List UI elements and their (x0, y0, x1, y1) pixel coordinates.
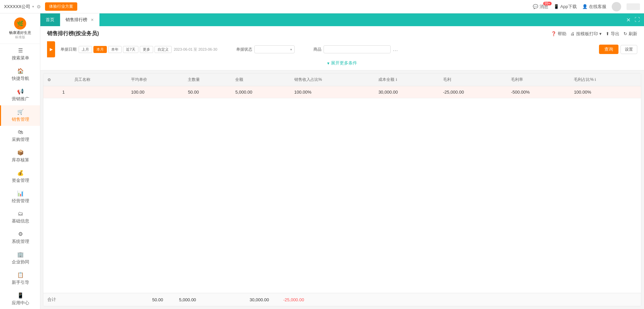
date-btn-7days[interactable]: 近7天 (123, 46, 138, 53)
expand-down-icon: ▾ (327, 61, 330, 66)
th-sales-pct: 销售收入占比% (290, 73, 375, 86)
sidebar-item-system[interactable]: ⚙ 系统管理 (0, 227, 40, 248)
settings-button[interactable]: 设置 (620, 45, 637, 54)
filter-expand-arrow[interactable]: ▶ (47, 41, 55, 57)
sidebar-label-inventory: 库存核算 (12, 157, 29, 163)
guide-icon: 📋 (17, 272, 24, 278)
sidebar: 🌿 畅康通好生意 标准版 ☰ 搜索菜单 🏠 快捷导航 📢 营销推广 🛒 销售管理… (0, 13, 40, 309)
sidebar-logo: 🌿 畅康通好生意 标准版 (0, 13, 40, 44)
sidebar-item-enterprise[interactable]: 🏢 企业协同 (0, 248, 40, 268)
tab-close-icon[interactable]: ✕ (91, 18, 94, 22)
sidebar-label-purchase: 采购管理 (12, 137, 29, 143)
sidebar-item-guide[interactable]: 📋 新手引导 (0, 268, 40, 289)
print-dropdown-icon: ▾ (599, 31, 602, 36)
goods-more-icon[interactable]: … (393, 46, 398, 52)
refresh-button[interactable]: ↻ 刷新 (624, 31, 637, 37)
purchase-icon: 🛍 (18, 129, 23, 135)
sidebar-label-enterprise: 企业协同 (12, 259, 29, 265)
data-table: ⚙ 员工名称 平均单价 主数量 全额 销售收入占比% 成本全额 ℹ 毛利 毛利率… (43, 73, 641, 98)
query-button[interactable]: 查询 (599, 45, 618, 54)
sidebar-item-marketing[interactable]: 📢 营销推广 (0, 85, 40, 105)
th-gross-pct: 毛利占比% ℹ (570, 73, 641, 86)
td-amount: 5,000.00 (231, 86, 290, 98)
th-cost-amount: 成本全额 ℹ (374, 73, 439, 86)
td-gross-profit: -25,000.00 (439, 86, 507, 98)
message-button[interactable]: 💬 消息 99+ (533, 4, 548, 10)
avatar[interactable] (612, 2, 621, 11)
th-settings[interactable]: ⚙ (43, 73, 57, 86)
action-buttons: 查询 设置 (599, 45, 637, 54)
sidebar-item-inventory[interactable]: 📦 库存核算 (0, 146, 40, 166)
sidebar-item-finance[interactable]: 💰 资金管理 (0, 166, 40, 187)
date-btn-custom[interactable]: 自定义 (155, 46, 172, 53)
tab-home-label: 首页 (46, 17, 54, 23)
app-icon: 📱 (554, 4, 559, 9)
page-header: 销售排行榜(按业务员) ❓ 帮助 🖨 按模板打印 ▾ ⬆ (40, 26, 644, 70)
tab-home[interactable]: 首页 (40, 13, 60, 26)
page-actions: ❓ 帮助 🖨 按模板打印 ▾ ⬆ 导出 ↻ (551, 31, 637, 37)
date-range: 2023-06-01 至 2023-06-30 (174, 47, 217, 52)
template-print-label: 按模板打印 (576, 31, 598, 37)
filter-status: 单据状态 (236, 45, 295, 53)
status-select-wrapper (254, 45, 295, 53)
chevron-down-icon: ▾ (32, 5, 34, 8)
trial-button[interactable]: 体验行业方案 (45, 2, 77, 11)
goods-input[interactable] (324, 45, 391, 53)
date-btn-prev-month[interactable]: 上月 (79, 46, 92, 53)
app-download-button[interactable]: 📱 App下载 (554, 4, 577, 10)
sidebar-item-search-order[interactable]: ☰ 搜索菜单 (0, 44, 40, 64)
online-service-button[interactable]: 👤 在线客服 (582, 4, 606, 10)
table-container: ⚙ 员工名称 平均单价 主数量 全额 销售收入占比% 成本全额 ℹ 毛利 毛利率… (43, 73, 641, 306)
sidebar-item-basic[interactable]: 🗂 基础信息 (0, 207, 40, 227)
cost-info-icon[interactable]: ℹ (396, 78, 397, 82)
td-avg-price: 100.00 (127, 86, 184, 98)
footer-main-qty: 50.00 (148, 297, 175, 302)
td-rank: 1 (57, 86, 70, 98)
table-empty-space (43, 98, 641, 293)
tab-maximize-icon[interactable]: ⛶ (635, 17, 640, 23)
footer-gross-profit: -25,000.00 (279, 297, 313, 302)
online-service-label: 在线客服 (589, 4, 606, 10)
date-btn-current-year[interactable]: 本年 (108, 46, 122, 53)
status-label: 单据状态 (236, 47, 252, 52)
sidebar-label-system: 系统管理 (12, 239, 29, 245)
th-amount: 全额 (231, 73, 290, 86)
footer-settings-col (74, 297, 88, 302)
sidebar-item-quick-nav[interactable]: 🏠 快捷导航 (0, 64, 40, 85)
sidebar-item-sales[interactable]: 🛒 销售管理 (0, 105, 40, 126)
page-content: 销售排行榜(按业务员) ❓ 帮助 🖨 按模板打印 ▾ ⬆ (40, 26, 644, 309)
service-icon: 👤 (582, 4, 588, 9)
help-button[interactable]: ❓ 帮助 (551, 31, 566, 37)
th-gross-rate: 毛利率 (507, 73, 570, 86)
export-label: 导出 (611, 31, 619, 37)
sidebar-item-operation[interactable]: 📊 经营管理 (0, 187, 40, 207)
help-label: 帮助 (558, 31, 566, 37)
sidebar-label-app-center: 应用中心 (12, 300, 29, 306)
app-download-label: App下载 (560, 4, 577, 10)
footer-amount: 5,000.00 (175, 297, 209, 302)
basic-icon: 🗂 (18, 211, 23, 217)
operation-icon: 📊 (17, 190, 24, 197)
date-btn-more[interactable]: 更多 (140, 46, 153, 53)
th-main-qty: 主数量 (184, 73, 231, 86)
expand-more-button[interactable]: ▾ 展开更多条件 (327, 60, 357, 66)
sales-icon: 🛒 (17, 109, 24, 115)
company-name: XXXXXX公司 (4, 4, 30, 10)
table-footer: 合计 50.00 5,000.00 30,000.00 -25,000.00 (43, 293, 641, 306)
logo-icon: 🌿 (14, 17, 26, 30)
tab-sales-rank[interactable]: 销售排行榜 ✕ (60, 13, 99, 26)
template-print-button[interactable]: 🖨 按模板打印 ▾ (570, 31, 602, 37)
date-btn-current-month[interactable]: 本月 (93, 46, 107, 53)
sidebar-item-app-center[interactable]: 📱 应用中心 (0, 289, 40, 309)
marketing-icon: 📢 (17, 88, 24, 95)
settings-icon[interactable]: ⚙ (37, 4, 41, 9)
tab-close-window-icon[interactable]: ✕ (626, 17, 631, 23)
export-button[interactable]: ⬆ 导出 (606, 31, 619, 37)
td-cost-amount: 30,000.00 (374, 86, 439, 98)
status-select[interactable] (254, 45, 295, 53)
sidebar-item-purchase[interactable]: 🛍 采购管理 (0, 126, 40, 146)
footer-name-col (88, 297, 115, 302)
company-selector[interactable]: XXXXXX公司 ▾ (4, 4, 34, 10)
gross-pct-info-icon[interactable]: ℹ (595, 78, 596, 82)
td-settings (43, 86, 57, 98)
